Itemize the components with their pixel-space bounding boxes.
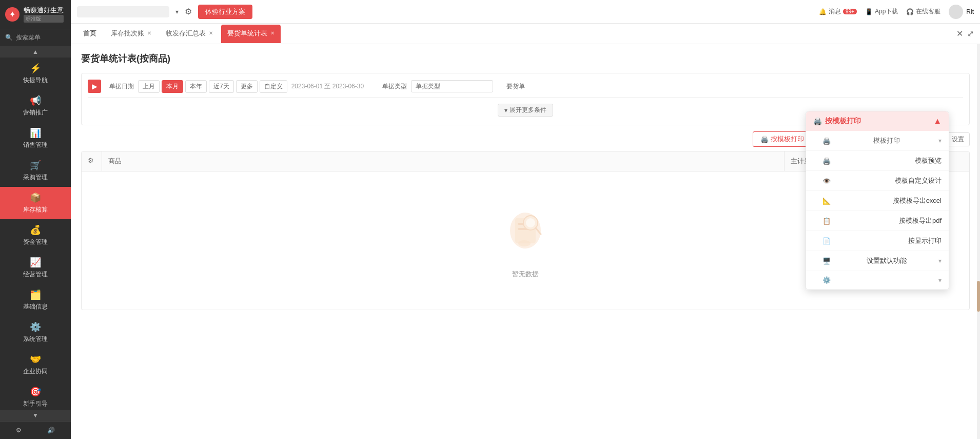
sidebar-item-quick-nav[interactable]: ⚡ 快捷导航 bbox=[0, 58, 71, 90]
date-btn-custom[interactable]: 自定义 bbox=[260, 80, 287, 93]
template-export-excel-item[interactable]: 📋 按模板导出pdf bbox=[806, 211, 949, 231]
svg-point-7 bbox=[518, 240, 531, 246]
app-logo: ✦ 畅赚通好生意 标准版 bbox=[0, 0, 71, 29]
filter-divider bbox=[88, 97, 963, 98]
sidebar-audio[interactable]: 🔊 bbox=[47, 427, 55, 434]
sidebar-nav: ⚡ 快捷导航 📢 营销推广 📊 销售管理 🛒 采购管理 📦 库存核算 💰 资金管… bbox=[0, 58, 71, 410]
avatar bbox=[949, 5, 963, 19]
app-download[interactable]: 📱 App下载 bbox=[865, 7, 898, 16]
print-dropdown-header: 🖨️ 按模板打印 ▲ bbox=[806, 111, 949, 131]
print-current-item[interactable]: 🖨️ 模板打印 ▾ bbox=[806, 131, 949, 151]
tab-order-stats[interactable]: 要货单统计表 ✕ bbox=[221, 25, 281, 43]
finance-icon: 💰 bbox=[30, 224, 41, 236]
table-settings-btn[interactable]: 设置 bbox=[946, 132, 970, 146]
sidebar-settings[interactable]: ⚙ bbox=[16, 427, 22, 434]
sidebar-item-inventory[interactable]: 📦 库存核算 bbox=[0, 187, 71, 219]
audio-icon: 🔊 bbox=[47, 427, 55, 434]
type-select-wrapper: 单据类型 bbox=[411, 80, 493, 92]
date-range-display: 2023-06-01 至 2023-06-30 bbox=[291, 82, 364, 91]
sidebar-scroll-down[interactable]: ▼ bbox=[0, 410, 71, 421]
scrollbar-thumb[interactable] bbox=[977, 281, 980, 312]
goods-filter-label: 要货单 bbox=[506, 82, 525, 91]
user-profile[interactable]: Rit bbox=[949, 5, 974, 19]
filter-row-1: ▶ 单据日期 上月 本月 本年 近7天 更多 自定义 2023-06-01 至 … bbox=[88, 80, 963, 93]
sidebar-scroll-up[interactable]: ▲ bbox=[0, 46, 71, 58]
app-name: 畅赚通好生意 标准版 bbox=[24, 6, 64, 23]
tab-close-collection-summary[interactable]: ✕ bbox=[209, 30, 213, 36]
notifications[interactable]: 🔔 消息 99+ bbox=[819, 7, 857, 16]
tab-close-order-stats[interactable]: ✕ bbox=[270, 30, 275, 36]
sidebar-bottom: ⚙ 🔊 bbox=[0, 421, 71, 439]
date-btn-last-month[interactable]: 上月 bbox=[138, 80, 160, 93]
print-dropdown-close-icon[interactable]: ▲ bbox=[933, 117, 942, 126]
template-export-pdf-item[interactable]: 📄 按显示打印 bbox=[806, 231, 949, 251]
type-select[interactable]: 单据类型 bbox=[411, 80, 493, 92]
tab-home[interactable]: 首页 bbox=[77, 25, 103, 43]
svg-point-5 bbox=[526, 218, 535, 227]
mobile-icon: 📱 bbox=[865, 8, 873, 15]
sales-icon: 📊 bbox=[30, 127, 41, 139]
empty-text: 暂无数据 bbox=[512, 270, 539, 279]
inventory-icon: 📦 bbox=[30, 192, 41, 203]
col-goods: 商品 bbox=[102, 151, 785, 171]
sidebar-item-finance[interactable]: 💰 资金管理 bbox=[0, 219, 71, 252]
search-menu[interactable]: 🔍 搜索菜单 bbox=[0, 29, 71, 46]
tabs-bar: 首页 库存批次账 ✕ 收发存汇总表 ✕ 要货单统计表 ✕ ✕ ⤢ bbox=[71, 24, 980, 44]
current-chevron: ▾ bbox=[938, 137, 942, 144]
settings-bottom-icon: ⚙ bbox=[16, 427, 22, 434]
pdf-icon: 📄 bbox=[822, 237, 831, 245]
template-design-icon: 📐 bbox=[822, 197, 831, 205]
filter-expand-icon[interactable]: ▶ bbox=[88, 80, 101, 93]
date-buttons: 上月 本月 本年 近7天 更多 自定义 bbox=[138, 80, 287, 93]
topbar-gear-icon[interactable]: ⚙ bbox=[185, 7, 192, 16]
tab-close-window-icon[interactable]: ✕ bbox=[956, 29, 963, 39]
empty-illustration bbox=[500, 202, 551, 263]
date-btn-this-month[interactable]: 本月 bbox=[162, 80, 183, 93]
empty-state: 暂无数据 bbox=[500, 202, 551, 279]
tab-inventory-batch[interactable]: 库存批次账 ✕ bbox=[105, 25, 158, 43]
expand-more-btn[interactable]: ▾ 展开更多条件 bbox=[498, 104, 553, 117]
print-current-icon: 🖨️ bbox=[822, 137, 831, 145]
online-service[interactable]: 🎧 在线客服 bbox=[906, 7, 940, 16]
sidebar-item-basic[interactable]: 🗂️ 基础信息 bbox=[0, 284, 71, 316]
sidebar-item-purchase[interactable]: 🛒 采购管理 bbox=[0, 155, 71, 187]
purchase-icon: 🛒 bbox=[30, 160, 41, 171]
tab-maximize-icon[interactable]: ⤢ bbox=[967, 29, 974, 39]
newbie-icon: 🎯 bbox=[30, 386, 41, 397]
chevron-right-icon: ▶ bbox=[92, 82, 97, 90]
date-btn-more[interactable]: 更多 bbox=[236, 80, 258, 93]
topbar-dropdown[interactable]: ▾ bbox=[175, 8, 179, 15]
sidebar-item-sales[interactable]: 📊 销售管理 bbox=[0, 122, 71, 155]
experience-btn[interactable]: 体验行业方案 bbox=[198, 5, 252, 19]
basic-icon: 🗂️ bbox=[30, 289, 41, 300]
page-content: 要货单统计表(按商品) ▶ 单据日期 上月 本月 本年 近7天 更多 自定义 bbox=[71, 44, 980, 439]
sidebar-item-newbie[interactable]: 🎯 新手引导 bbox=[0, 381, 71, 410]
expand-icon: ▾ bbox=[504, 107, 507, 114]
printer-icon: 🖨️ bbox=[813, 117, 822, 125]
scrollbar-track[interactable] bbox=[977, 44, 980, 439]
tab-close-inventory-batch[interactable]: ✕ bbox=[147, 30, 151, 36]
set-default-icon: ⚙️ bbox=[822, 276, 831, 284]
sidebar-item-system[interactable]: ⚙️ 系统管理 bbox=[0, 316, 71, 349]
template-preview-item[interactable]: 👁️ 模板自定义设计 bbox=[806, 171, 949, 191]
template-print-item[interactable]: 🖨️ 模板预览 bbox=[806, 151, 949, 171]
template-print-icon: 🖨️ bbox=[822, 157, 831, 165]
display-print-item[interactable]: 🖥️ 设置默认功能 ▾ bbox=[806, 251, 949, 271]
template-design-item[interactable]: 📐 按模板导出excel bbox=[806, 191, 949, 211]
username: Rit bbox=[966, 8, 974, 15]
date-btn-last-7-days[interactable]: 近7天 bbox=[209, 80, 234, 93]
goods-filter-section: 要货单 bbox=[506, 82, 525, 91]
topbar-search-input[interactable] bbox=[77, 6, 169, 17]
print-dropdown-title: 🖨️ 按模板打印 bbox=[813, 117, 861, 126]
set-default-item[interactable]: ⚙️ ▾ bbox=[806, 271, 949, 290]
date-btn-this-year[interactable]: 本年 bbox=[185, 80, 207, 93]
sidebar-item-marketing[interactable]: 📢 营销推广 bbox=[0, 90, 71, 122]
topbar-right: 🔔 消息 99+ 📱 App下载 🎧 在线客服 Rit bbox=[819, 5, 974, 19]
date-filter-label: 单据日期 bbox=[109, 82, 134, 91]
set-default-chevron: ▾ bbox=[938, 277, 942, 284]
bell-icon: 🔔 bbox=[819, 8, 827, 15]
sidebar-item-enterprise[interactable]: 🤝 企业协同 bbox=[0, 349, 71, 381]
sidebar-item-operations[interactable]: 📈 经营管理 bbox=[0, 252, 71, 284]
col-settings[interactable]: ⚙ bbox=[82, 151, 102, 171]
tab-collection-summary[interactable]: 收发存汇总表 ✕ bbox=[160, 25, 219, 43]
